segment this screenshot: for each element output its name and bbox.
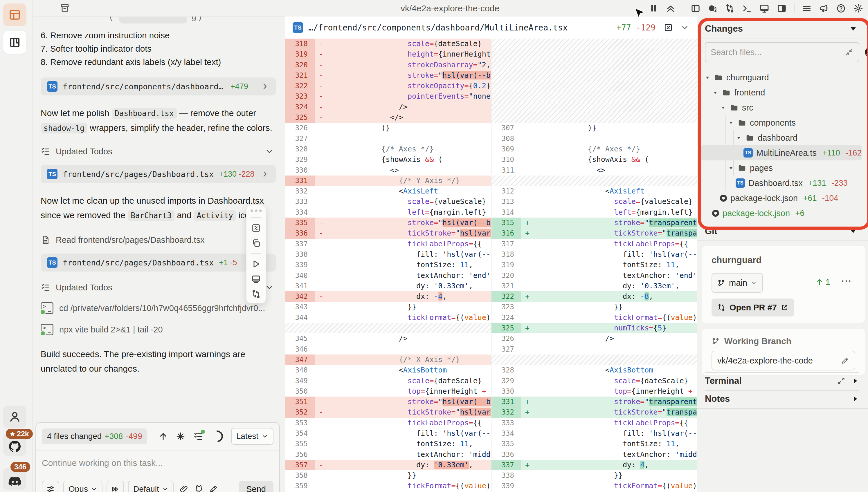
chat-panel: ( g ) 6. Remove zoom instruction noise 7… [32,17,285,492]
file-change-chip-dashboard[interactable]: TS frontend/src/pages/Dashboard.tsx +130… [41,165,276,183]
pull-request-icon [717,303,725,312]
gear-icon[interactable] [853,3,863,13]
person-icon [8,411,21,423]
terminal-command-row[interactable]: cd /private/var/folders/10/h7w0q46556ggr… [41,302,276,314]
run-play-icon[interactable] [251,259,261,269]
open-in-editor-icon[interactable] [251,223,261,233]
workspace-layout-button[interactable] [3,3,26,26]
diff-line: 325+ numTicks={5} [491,323,697,333]
expand-icon[interactable] [837,377,845,385]
copy-icon[interactable] [251,238,261,248]
tree-row-package-lock-json[interactable]: package-lock.json+61-104 [701,191,862,206]
terminal-prompt-icon[interactable] [742,3,752,13]
terminal-section-header[interactable]: Terminal [705,372,859,389]
sign-pen-icon[interactable] [209,485,218,492]
drag-handle-dots[interactable] [251,210,262,212]
help-icon[interactable] [836,3,846,13]
monitor-icon[interactable] [759,3,770,14]
file-change-chip-multilinearea[interactable]: TS frontend/src/components/dashboard/Mul… [41,77,276,95]
diff-line: 312 <AxisLeft [491,186,697,196]
diff-line: 326 )} [285,123,491,133]
message-input[interactable]: Continue working on this task... [42,458,274,468]
removed-count: -162 [845,148,862,157]
notes-section-header[interactable]: Notes [705,390,859,407]
panel-right-icon[interactable] [777,3,787,13]
diff-line: 334 fill: 'hsl(var(--mu [491,428,697,439]
working-branch-card: Working Branch vk/4e2a-explore-the-code [702,329,865,375]
archive-box-icon[interactable] [60,3,70,13]
working-branch-input[interactable]: vk/4e2a-explore-the-code [711,351,855,370]
tree-row-components[interactable]: components [701,115,862,130]
todos-status-icon[interactable] [193,432,203,441]
caret-right-icon[interactable] [852,395,859,403]
tree-row-dashboard-tsx[interactable]: TSDashboard.tsx+131-233 [701,175,862,191]
diff-line: 319- height={innerHeight} [285,49,491,59]
added-count: +131 [808,178,826,188]
spark-icon[interactable] [176,432,185,441]
updated-todos-row[interactable]: Updated Todos [41,147,276,156]
top-bar: vk/4e2a-explore-the-code [32,0,868,17]
more-menu[interactable]: ⋯ [841,275,852,287]
diff-line [285,323,491,333]
preview-monitor-icon[interactable] [251,274,261,284]
branch-dropdown[interactable]: main [711,273,763,293]
read-file-row[interactable]: Read frontend/src/pages/Dashboard.tsx [41,235,276,245]
tree-row-package-lock-json[interactable]: package-lock.json+6 [701,206,862,221]
chevron-down-icon[interactable] [265,283,274,292]
tree-row-src[interactable]: src [701,100,862,115]
chevron-down-icon[interactable] [265,147,274,156]
chevron-down-icon [91,486,97,492]
settings-sliders-button[interactable] [42,481,59,492]
panel-left-icon[interactable] [690,3,701,13]
git-title: Git [705,226,717,237]
kanban-board-button[interactable] [3,31,26,54]
scroll-to-top-icon[interactable] [159,432,168,441]
terminal-command-row[interactable]: npx vite build 2>&1 | tail -20 [41,324,276,335]
updated-todos-row[interactable]: Updated Todos [41,282,276,292]
megaphone-icon[interactable] [819,3,829,13]
kanban-icon [9,36,21,48]
collapse-tree-icon[interactable] [845,48,853,56]
folder-icon [730,103,738,112]
tree-row-multilinearea-tsx[interactable]: TSMultiLineArea.tsx+110-162 [701,145,862,161]
notes-title: Notes [705,394,730,404]
git-section-header[interactable]: Git [705,226,858,237]
pause-icon[interactable] [649,3,658,13]
diff-line: 332 <AxisLeft [285,186,491,196]
chevrons-up-icon[interactable] [666,3,676,13]
chat-bubble-icon[interactable] [708,3,718,13]
tree-row-churnguard[interactable]: churnguard [701,70,862,85]
model-dropdown[interactable]: Opus [63,481,102,492]
tree-row-frontend[interactable]: frontend [701,85,862,100]
assistant-paragraph: Build succeeds. The pre-existing import … [41,347,276,376]
attach-paperclip-icon[interactable] [180,485,189,492]
arrow-up-icon [816,278,824,286]
fast-forward-button[interactable] [107,481,124,492]
search-placeholder: Search files... [711,48,842,57]
tree-item-label: churnguard [726,73,769,82]
open-pr-button[interactable]: Open PR #7 [711,298,794,317]
file-change-chip-dashboard-2[interactable]: TS frontend/src/pages/Dashboard.tsx +1 -… [41,253,276,272]
added-count: +61 [803,194,817,203]
diff-line: 338 fill: 'hsl(var(--mu [285,249,491,260]
open-in-editor-icon[interactable] [664,23,673,32]
github-cat-icon[interactable] [194,484,204,492]
tree-row-pages[interactable]: pages [701,161,862,175]
search-files-input[interactable]: Search files... [705,42,859,63]
latest-dropdown[interactable]: Latest [231,428,274,445]
send-button[interactable]: Send [239,481,274,492]
diff-line: 314 left={margin.left} [491,207,697,218]
caret-right-icon[interactable] [852,377,859,385]
tree-row-dashboard[interactable]: dashboard [701,130,862,145]
changes-section-header[interactable]: Changes [705,24,858,34]
chevron-down-icon[interactable] [680,23,689,32]
account-button[interactable] [3,405,26,428]
git-compare-icon[interactable] [725,3,735,13]
diff-line: 323- pointerEvents="none" [285,91,491,101]
files-changed-pill[interactable]: 4 files changed +308 -499 [42,428,147,444]
menu-icon[interactable] [802,3,812,13]
mode-dropdown[interactable]: Default [128,481,173,492]
pencil-icon[interactable] [841,356,849,365]
github-cat-icon[interactable] [864,46,868,58]
git-compare-icon[interactable] [251,289,261,299]
